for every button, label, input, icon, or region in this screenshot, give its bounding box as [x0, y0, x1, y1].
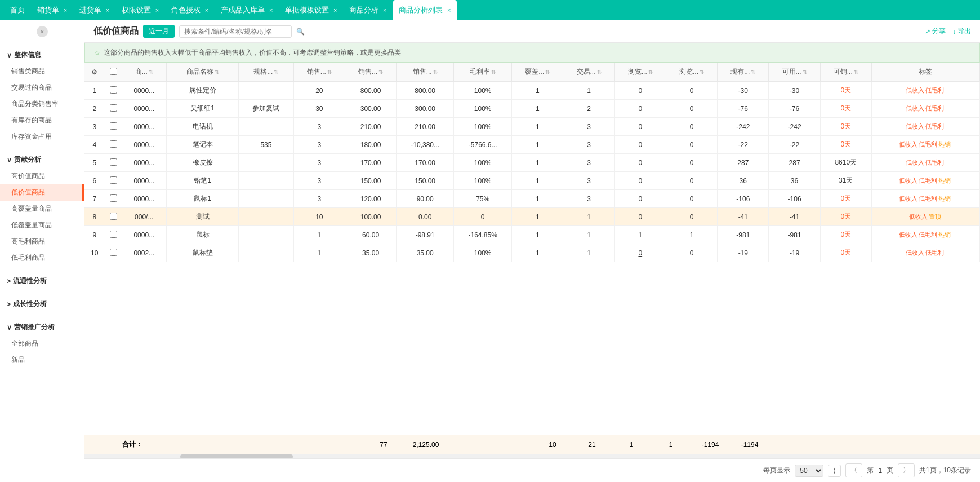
row-browse1[interactable]: 0: [614, 154, 666, 172]
col-code[interactable]: 商... ⇅: [122, 63, 167, 82]
browse-link[interactable]: 0: [638, 195, 642, 203]
browse-link[interactable]: 0: [638, 87, 642, 95]
col-browse1[interactable]: 浏览... ⇅: [614, 63, 666, 82]
export-button[interactable]: ↓ 导出: [952, 26, 971, 36]
sidebar-item-low-value[interactable]: 低价值商品: [0, 184, 84, 201]
sidebar-group-contribution-title[interactable]: ∨ 贡献分析: [0, 152, 84, 168]
row-checkbox[interactable]: [110, 86, 117, 94]
nav-goods-list-close[interactable]: ×: [447, 7, 451, 14]
col-settings[interactable]: ⚙: [84, 63, 105, 82]
sidebar-item-low-coverage[interactable]: 低覆盖量商品: [0, 217, 84, 233]
nav-product-in[interactable]: 产成品入库单 ×: [215, 0, 278, 20]
sidebar-collapse-btn[interactable]: «: [37, 26, 48, 37]
col-browse2[interactable]: 浏览... ⇅: [666, 63, 717, 82]
col-available[interactable]: 可用... ⇅: [769, 63, 820, 82]
nav-sales-close[interactable]: ×: [64, 7, 67, 14]
row-checkbox[interactable]: [110, 249, 117, 256]
first-page-button[interactable]: ⟨: [828, 465, 841, 477]
row-browse1[interactable]: 0: [614, 244, 666, 262]
row-checkbox[interactable]: [110, 213, 117, 220]
sidebar-item-stock-capital[interactable]: 库存资金占用: [0, 129, 84, 145]
search-icon[interactable]: 🔍: [296, 28, 305, 36]
row-checkbox[interactable]: [110, 194, 117, 202]
row-checkbox-cell[interactable]: [105, 136, 122, 154]
row-browse1[interactable]: 0: [614, 82, 666, 100]
col-s2[interactable]: 销售... ⇅: [345, 63, 396, 82]
browse-link[interactable]: 0: [638, 213, 642, 221]
sidebar-group-liquidity-title[interactable]: > 流通性分析: [0, 273, 84, 289]
row-browse1[interactable]: 0: [614, 208, 666, 226]
row-browse1[interactable]: 0: [614, 136, 666, 154]
browse-link[interactable]: 0: [638, 159, 642, 167]
sidebar-item-high-margin[interactable]: 高毛利商品: [0, 233, 84, 250]
col-current[interactable]: 现有... ⇅: [718, 63, 769, 82]
row-browse1[interactable]: 0: [614, 172, 666, 190]
scrollbar-area[interactable]: [84, 454, 980, 458]
nav-permission[interactable]: 权限设置 ×: [116, 0, 164, 20]
nav-role-close[interactable]: ×: [205, 7, 208, 14]
nav-product-in-close[interactable]: ×: [269, 7, 273, 14]
row-checkbox[interactable]: [110, 176, 117, 184]
nav-goods-list[interactable]: 商品分析列表 ×: [393, 0, 456, 20]
col-gross[interactable]: 毛利率 ⇅: [454, 63, 512, 82]
col-name[interactable]: 商品名称 ⇅: [167, 63, 239, 82]
nav-permission-close[interactable]: ×: [155, 7, 159, 14]
row-checkbox-cell[interactable]: [105, 100, 122, 118]
col-trade[interactable]: 交易... ⇅: [563, 63, 614, 82]
sidebar-item-stock-goods[interactable]: 有库存的商品: [0, 112, 84, 129]
row-browse1[interactable]: 0: [614, 100, 666, 118]
sidebar-group-growth-title[interactable]: > 成长性分析: [0, 296, 84, 312]
nav-template-close[interactable]: ×: [333, 7, 337, 14]
nav-role[interactable]: 角色授权 ×: [166, 0, 214, 20]
row-checkbox[interactable]: [110, 104, 117, 112]
row-checkbox-cell[interactable]: [105, 190, 122, 208]
col-sellable[interactable]: 可销... ⇅: [820, 63, 871, 82]
sidebar-item-high-coverage[interactable]: 高覆盖量商品: [0, 201, 84, 217]
row-checkbox[interactable]: [110, 140, 117, 148]
row-browse1[interactable]: 1: [614, 226, 666, 244]
sidebar-item-sales-goods[interactable]: 销售类商品: [0, 63, 84, 79]
row-checkbox-cell[interactable]: [105, 82, 122, 100]
browse-link[interactable]: 0: [638, 177, 642, 185]
nav-sales[interactable]: 销货单 ×: [32, 0, 73, 20]
row-checkbox[interactable]: [110, 122, 117, 130]
row-checkbox[interactable]: [110, 158, 117, 166]
row-checkbox[interactable]: [110, 231, 117, 238]
sidebar-item-new-goods[interactable]: 新品: [0, 352, 84, 368]
row-checkbox-cell[interactable]: [105, 226, 122, 244]
browse-link[interactable]: 0: [638, 141, 642, 149]
nav-purchase[interactable]: 进货单 ×: [74, 0, 115, 20]
row-checkbox-cell[interactable]: [105, 154, 122, 172]
nav-goods-analysis[interactable]: 商品分析 ×: [344, 0, 392, 20]
col-spec[interactable]: 规格... ⇅: [239, 63, 294, 82]
row-browse1[interactable]: 0: [614, 190, 666, 208]
browse-link[interactable]: 0: [638, 105, 642, 113]
browse-link[interactable]: 0: [638, 249, 642, 257]
share-button[interactable]: ↗ 分享: [925, 26, 946, 36]
sidebar-group-overall-title[interactable]: ∨ 整体信息: [0, 47, 84, 63]
sidebar-group-marketing-title[interactable]: ∨ 营销推广分析: [0, 319, 84, 335]
col-checkbox[interactable]: [105, 63, 122, 82]
browse-link[interactable]: 0: [638, 123, 642, 131]
row-checkbox-cell[interactable]: [105, 172, 122, 190]
sidebar-item-high-value[interactable]: 高价值商品: [0, 168, 84, 184]
next-page-button[interactable]: 〉: [898, 463, 915, 477]
col-s3[interactable]: 销售... ⇅: [397, 63, 454, 82]
col-coverage[interactable]: 覆盖... ⇅: [512, 63, 563, 82]
sidebar-item-all-goods[interactable]: 全部商品: [0, 335, 84, 352]
nav-purchase-close[interactable]: ×: [106, 7, 109, 14]
row-browse1[interactable]: 0: [614, 118, 666, 136]
select-all-checkbox[interactable]: [110, 68, 117, 75]
row-checkbox-cell[interactable]: [105, 118, 122, 136]
sidebar-item-traded-goods[interactable]: 交易过的商品: [0, 79, 84, 96]
col-s1[interactable]: 销售... ⇅: [293, 63, 345, 82]
nav-template[interactable]: 单据模板设置 ×: [279, 0, 342, 20]
prev-page-button[interactable]: 〈: [845, 463, 862, 477]
nav-home[interactable]: 首页: [5, 0, 30, 20]
sidebar-item-category-rate[interactable]: 商品分类销售率: [0, 96, 84, 112]
row-checkbox-cell[interactable]: [105, 244, 122, 262]
page-size-select[interactable]: 50 100 200: [795, 465, 823, 477]
row-checkbox-cell[interactable]: [105, 208, 122, 226]
time-filter-button[interactable]: 近一月: [143, 25, 175, 38]
search-input[interactable]: [179, 25, 292, 38]
